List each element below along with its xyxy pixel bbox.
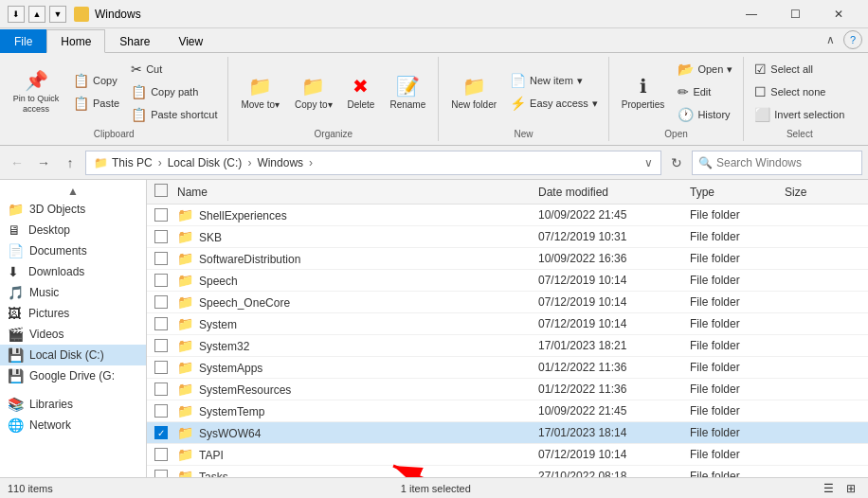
sidebar-item-videos[interactable]: 🎬 Videos	[0, 324, 146, 345]
row-check-3[interactable]	[154, 274, 177, 287]
delete-button[interactable]: ✖ Delete	[341, 71, 382, 114]
pin-quick-access-button[interactable]: 📌 Pin to Quick access	[6, 65, 66, 118]
paste-button[interactable]: 📋 Paste	[68, 93, 124, 114]
sidebar-item-documents[interactable]: 📄 Documents	[0, 240, 146, 261]
row-check-5[interactable]	[154, 317, 177, 330]
sidebar-item-network[interactable]: 🌐 Network	[0, 415, 146, 436]
row-checkbox-2[interactable]	[154, 252, 168, 265]
table-row[interactable]: 📁Speech_OneCore 07/12/2019 10:14 File fo…	[147, 292, 868, 313]
row-checkbox-1[interactable]	[154, 230, 168, 243]
close-button[interactable]: ✕	[817, 0, 860, 28]
cut-button[interactable]: ✂ Cut	[126, 59, 222, 80]
maximize-button[interactable]: ☐	[773, 0, 817, 28]
table-row[interactable]: 📁SKB 07/12/2019 10:31 File folder	[147, 226, 868, 248]
sidebar-item-libraries[interactable]: 📚 Libraries	[0, 394, 146, 415]
tab-file[interactable]: File	[0, 29, 46, 53]
down-btn[interactable]: ▼	[49, 6, 66, 23]
rename-button[interactable]: 📝 Rename	[383, 71, 432, 114]
row-checkbox-9[interactable]	[154, 404, 168, 418]
new-item-button[interactable]: 📄 New item ▾	[505, 70, 603, 91]
select-none-button[interactable]: ☐ Select none	[750, 81, 849, 102]
sidebar-item-localdisk[interactable]: 💾 Local Disk (C:)	[0, 345, 146, 365]
sidebar-item-desktop[interactable]: 🖥 Desktop	[0, 220, 146, 240]
row-checkbox-12[interactable]	[154, 470, 168, 477]
row-checkbox-11[interactable]	[154, 448, 168, 461]
tab-home[interactable]: Home	[46, 29, 105, 53]
sidebar-item-googledrive[interactable]: 💾 Google Drive (G:	[0, 365, 146, 386]
row-check-2[interactable]	[154, 252, 177, 265]
table-row[interactable]: ✓ 📁SysWOW64 17/01/2023 18:14 File folder	[147, 422, 868, 444]
address-bar[interactable]: 📁 This PC › Local Disk (C:) › Windows › …	[85, 151, 661, 175]
sidebar-item-music[interactable]: 🎵 Music	[0, 282, 146, 303]
quick-access-btn[interactable]: ⬇	[8, 6, 25, 23]
move-to-button[interactable]: 📁 Move to▾	[234, 71, 286, 114]
search-input[interactable]	[716, 156, 859, 169]
table-row[interactable]: 📁SystemApps 01/12/2022 11:36 File folder	[147, 357, 868, 379]
row-checkbox-5[interactable]	[154, 317, 168, 330]
refresh-button[interactable]: ↻	[665, 151, 688, 174]
invert-selection-button[interactable]: ⬜ Invert selection	[750, 104, 849, 125]
row-checkbox-10[interactable]: ✓	[154, 426, 168, 439]
sidebar-item-downloads[interactable]: ⬇ Downloads	[0, 261, 146, 282]
row-check-6[interactable]	[154, 339, 177, 352]
copy-path-button[interactable]: 📋 Copy path	[126, 81, 222, 102]
header-check[interactable]	[154, 184, 177, 200]
row-check-10[interactable]: ✓	[154, 426, 177, 439]
header-date[interactable]: Date modified	[538, 186, 690, 199]
select-all-button[interactable]: ☑ Select all	[750, 59, 849, 80]
table-row[interactable]: 📁SystemTemp 10/09/2022 21:45 File folder	[147, 400, 868, 422]
row-check-11[interactable]	[154, 448, 177, 461]
help-icon[interactable]: ?	[843, 30, 862, 49]
details-view-button[interactable]: ☰	[819, 479, 838, 498]
row-check-4[interactable]	[154, 295, 177, 309]
sidebar-item-pictures[interactable]: 🖼 Pictures	[0, 303, 146, 324]
table-row[interactable]: 📁System32 17/01/2023 18:21 File folder	[147, 335, 868, 357]
row-checkbox-7[interactable]	[154, 361, 168, 374]
row-checkbox-3[interactable]	[154, 274, 168, 287]
breadcrumb-localdisk[interactable]: Local Disk (C:)	[168, 156, 243, 169]
sidebar-scroll-up[interactable]: ▲	[0, 184, 146, 199]
row-check-1[interactable]	[154, 230, 177, 243]
row-checkbox-6[interactable]	[154, 339, 168, 352]
breadcrumb-windows[interactable]: Windows	[257, 156, 303, 169]
table-row[interactable]: 📁Tasks 27/10/2022 08:18 File folder	[147, 466, 868, 477]
paste-shortcut-button[interactable]: 📋 Paste shortcut	[126, 104, 222, 125]
header-name[interactable]: Name	[177, 186, 538, 199]
new-folder-button[interactable]: 📁 New folder	[444, 71, 503, 114]
search-box[interactable]: 🔍	[692, 151, 862, 175]
row-checkbox-8[interactable]	[154, 382, 168, 396]
table-row[interactable]: 📁Speech 07/12/2019 10:14 File folder	[147, 270, 868, 292]
edit-button[interactable]: ✏ Edit	[673, 81, 737, 102]
history-button[interactable]: 🕐 History	[673, 104, 737, 125]
minimize-button[interactable]: —	[730, 0, 773, 28]
row-checkbox-0[interactable]	[154, 208, 168, 222]
header-size[interactable]: Size	[785, 186, 860, 199]
row-check-0[interactable]	[154, 208, 177, 222]
breadcrumb-thispc[interactable]: This PC	[112, 156, 153, 169]
table-row[interactable]: 📁SystemResources 01/12/2022 11:36 File f…	[147, 379, 868, 400]
ribbon-expand-btn[interactable]: ∧	[821, 30, 840, 49]
copy-button[interactable]: 📋 Copy	[68, 70, 124, 91]
row-check-12[interactable]	[154, 470, 177, 477]
row-check-7[interactable]	[154, 361, 177, 374]
address-dropdown-icon[interactable]: ∨	[644, 156, 653, 169]
tab-view[interactable]: View	[164, 29, 217, 53]
table-row[interactable]: 📁TAPI 07/12/2019 10:14 File folder	[147, 444, 868, 466]
row-check-9[interactable]	[154, 404, 177, 418]
easy-access-button[interactable]: ⚡ Easy access ▾	[505, 93, 603, 114]
sidebar-item-3dobjects[interactable]: 📁 3D Objects	[0, 199, 146, 220]
up-btn[interactable]: ▲	[28, 6, 45, 23]
table-row[interactable]: 📁System 07/12/2019 10:14 File folder	[147, 313, 868, 335]
row-check-8[interactable]	[154, 382, 177, 396]
forward-button[interactable]: →	[32, 151, 55, 174]
large-icons-view-button[interactable]: ⊞	[841, 479, 860, 498]
back-button[interactable]: ←	[6, 151, 28, 174]
properties-button[interactable]: ℹ Properties	[615, 71, 672, 114]
table-row[interactable]: 📁ShellExperiences 10/09/2022 21:45 File …	[147, 205, 868, 226]
copy-to-button[interactable]: 📁 Copy to▾	[288, 71, 338, 114]
row-checkbox-4[interactable]	[154, 295, 168, 309]
header-type[interactable]: Type	[690, 186, 785, 199]
up-directory-button[interactable]: ↑	[59, 151, 81, 174]
select-all-checkbox[interactable]	[154, 184, 168, 197]
tab-share[interactable]: Share	[105, 29, 164, 53]
